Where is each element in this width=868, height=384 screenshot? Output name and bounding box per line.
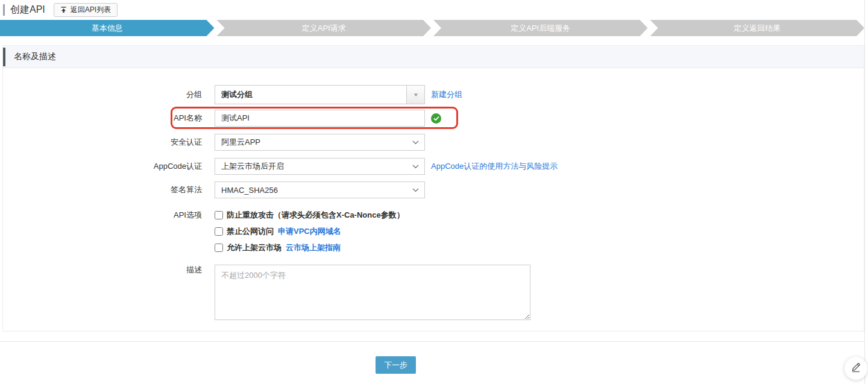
vpc-domain-link[interactable]: 申请VPC内网域名: [278, 226, 341, 237]
api-options-label: API选项: [3, 209, 202, 221]
disable-public-label: 禁止公网访问: [227, 226, 274, 237]
option-disable-public: 禁止公网访问 申请VPC内网域名: [215, 225, 404, 238]
back-button-label: 返回API列表: [71, 5, 111, 15]
chevron-down-icon: [412, 140, 419, 145]
security-auth-label: 安全认证: [3, 134, 202, 151]
description-label: 描述: [3, 265, 202, 275]
step-label: 基本信息: [92, 23, 123, 34]
appcode-auth-select[interactable]: 上架云市场后开启: [215, 158, 425, 175]
step-label: 定义返回结果: [734, 23, 781, 34]
title-accent-bar: [3, 4, 5, 16]
prevent-replay-checkbox[interactable]: [215, 211, 223, 219]
option-allow-market: 允许上架云市场 云市场上架指南: [215, 242, 404, 254]
step-basic-info[interactable]: 基本信息: [0, 20, 215, 36]
edit-pencil-icon: [851, 362, 861, 375]
footer-bar: 下一步: [0, 341, 864, 384]
allow-market-label: 允许上架云市场: [227, 242, 281, 253]
create-group-link[interactable]: 新建分组: [431, 89, 462, 100]
sign-method-select[interactable]: HMAC_SHA256: [215, 181, 425, 198]
step-wizard: 基本信息 定义API请求 定义API后端服务 定义返回结果: [0, 20, 864, 36]
page-right-divider: [864, 0, 865, 384]
allow-market-checkbox[interactable]: [215, 244, 223, 252]
appcode-help-link[interactable]: AppCode认证的使用方法与风险提示: [431, 161, 558, 172]
next-step-button[interactable]: 下一步: [376, 356, 416, 374]
step-define-return-result[interactable]: 定义返回结果: [650, 20, 865, 36]
section-header: 名称及描述: [3, 46, 864, 68]
back-to-api-list-button[interactable]: 返回API列表: [54, 3, 118, 17]
chevron-down-icon: [412, 165, 419, 169]
option-prevent-replay: 防止重放攻击（请求头必须包含X-Ca-Nonce参数）: [215, 209, 404, 221]
group-row: 分组 测试分组 ▼ 新建分组: [3, 85, 864, 104]
prevent-replay-label: 防止重放攻击（请求头必须包含X-Ca-Nonce参数）: [227, 210, 404, 221]
description-textarea[interactable]: [215, 265, 530, 320]
appcode-auth-label: AppCode认证: [3, 158, 202, 175]
group-label: 分组: [3, 85, 202, 104]
appcode-auth-row: AppCode认证 上架云市场后开启 AppCode认证的使用方法与风险提示: [3, 158, 864, 175]
step-label: 定义API请求: [302, 23, 346, 34]
success-check-icon: [431, 113, 441, 124]
api-options-row: API选项 防止重放攻击（请求头必须包含X-Ca-Nonce参数） 禁止公网访问…: [3, 209, 864, 258]
api-name-label: API名称: [3, 110, 202, 127]
feedback-fab[interactable]: [844, 357, 867, 380]
security-auth-row: 安全认证 阿里云APP: [3, 134, 864, 151]
page-title: 创建API: [10, 4, 45, 16]
basic-info-panel: 名称及描述 分组 测试分组 ▼ 新建分组 API名称: [2, 45, 864, 332]
group-select-value: 测试分组: [215, 89, 406, 100]
description-row: 描述: [3, 265, 864, 323]
security-auth-value: 阿里云APP: [221, 137, 260, 148]
topbar: 创建API 返回API列表: [0, 0, 868, 18]
disable-public-checkbox[interactable]: [215, 227, 223, 236]
group-select-dropdown-button[interactable]: ▼: [406, 86, 424, 104]
group-select[interactable]: 测试分组 ▼: [215, 85, 425, 104]
api-name-row: API名称: [3, 110, 864, 127]
step-define-backend-service[interactable]: 定义API后端服务: [433, 20, 648, 36]
section-title: 名称及描述: [14, 51, 56, 62]
market-guide-link[interactable]: 云市场上架指南: [286, 242, 341, 253]
step-define-api-request[interactable]: 定义API请求: [217, 20, 432, 36]
sign-method-row: 签名算法 HMAC_SHA256: [3, 181, 864, 198]
chevron-down-icon: [412, 188, 419, 192]
appcode-auth-value: 上架云市场后开启: [221, 161, 284, 172]
section-accent-bar: [3, 48, 5, 66]
sign-method-label: 签名算法: [3, 181, 202, 198]
upload-arrow-icon: [60, 7, 67, 13]
api-name-input[interactable]: [215, 110, 425, 127]
caret-down-icon: ▼: [412, 92, 418, 98]
security-auth-select[interactable]: 阿里云APP: [215, 134, 425, 151]
basic-info-form: 分组 测试分组 ▼ 新建分组 API名称: [3, 68, 864, 323]
sign-method-value: HMAC_SHA256: [221, 186, 278, 195]
step-label: 定义API后端服务: [511, 23, 570, 34]
